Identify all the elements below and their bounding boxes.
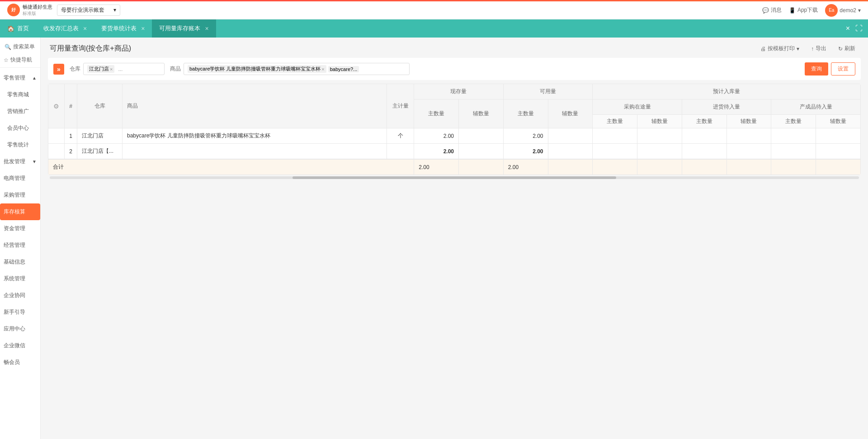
query-button[interactable]: 查询 bbox=[805, 62, 828, 76]
row0-prod-aux bbox=[816, 128, 861, 144]
top-bar-right: 💬 消息 📱 App下载 Ea demo2 ▾ bbox=[762, 4, 861, 17]
row1-warehouse: 江北门店【... bbox=[77, 144, 123, 160]
row1-unit bbox=[387, 144, 414, 160]
sidebar-item-member-card[interactable]: 畅会员 bbox=[0, 354, 40, 371]
scroll-bar-area bbox=[48, 175, 861, 180]
print-btn[interactable]: 🖨 按模板打印 ▾ bbox=[757, 43, 803, 54]
sidebar-item-retail-stats[interactable]: 零售统计 bbox=[0, 137, 40, 153]
tab-available-stock-close[interactable]: × bbox=[205, 25, 208, 32]
row0-unit: 个 bbox=[387, 128, 414, 144]
sidebar-item-newbie[interactable]: 新手引导 bbox=[0, 304, 40, 321]
nav-expand-btn[interactable]: ⛶ bbox=[854, 23, 864, 34]
refresh-btn[interactable]: ↻ 刷新 bbox=[835, 43, 859, 54]
sidebar-item-retail-mall[interactable]: 零售商城 bbox=[0, 86, 40, 103]
phone-icon: 📱 bbox=[789, 7, 796, 14]
sidebar-item-inventory[interactable]: 库存核算 bbox=[0, 203, 40, 220]
tab-receipts[interactable]: 收发存汇总表 × bbox=[36, 19, 94, 38]
sidebar-item-purchase[interactable]: 采购管理 bbox=[0, 187, 40, 203]
product-input[interactable]: babycare学饮杯 儿童防摔防撞吸管杯重力球吸嘴杯宝宝水杯 × babyca… bbox=[184, 63, 410, 75]
sidebar-item-operations[interactable]: 经营管理 bbox=[0, 237, 40, 254]
filter-toggle-btn[interactable]: » bbox=[53, 64, 64, 75]
scroll-bar-track[interactable] bbox=[50, 176, 859, 179]
sidebar-item-retail-stats-label: 零售统计 bbox=[7, 141, 29, 149]
col-avail-aux: 辅数量 bbox=[548, 99, 593, 128]
tab-home[interactable]: 🏠 首页 bbox=[0, 19, 36, 38]
sidebar-arrow-wholesale: ▼ bbox=[32, 159, 37, 164]
page-header: 可用量查询(按仓库+商品) 🖨 按模板打印 ▾ ↑ 导出 ↻ 刷新 bbox=[41, 38, 868, 58]
app-download-btn[interactable]: 📱 App下载 bbox=[789, 6, 818, 14]
row0-gear bbox=[48, 128, 65, 144]
filter-actions: 查询 设置 bbox=[805, 62, 855, 76]
industry-label: 母婴行业演示账套 bbox=[61, 6, 104, 14]
dropdown-arrow-icon: ▾ bbox=[113, 7, 116, 13]
message-label: 消息 bbox=[771, 6, 782, 14]
user-area[interactable]: Ea demo2 ▾ bbox=[825, 4, 861, 17]
industry-select[interactable]: 母婴行业演示账套 ▾ bbox=[57, 5, 120, 16]
row0-avail-main: 2.00 bbox=[503, 128, 548, 144]
warehouse-input[interactable]: 江北门店 × ... bbox=[83, 63, 165, 75]
footer-prod-main bbox=[771, 159, 816, 175]
page-actions: 🖨 按模板打印 ▾ ↑ 导出 ↻ 刷新 bbox=[757, 43, 859, 54]
print-dropdown-icon: ▾ bbox=[797, 46, 799, 52]
product-tag-1: babycare?... bbox=[328, 66, 359, 72]
warehouse-tag-close[interactable]: × bbox=[110, 66, 113, 72]
footer-avail-aux bbox=[548, 159, 593, 175]
sidebar-item-marketing[interactable]: 营销推广 bbox=[0, 103, 40, 120]
sidebar-item-retail[interactable]: 零售管理 ▲ bbox=[0, 70, 40, 86]
user-dropdown-icon: ▾ bbox=[858, 7, 861, 14]
user-name: demo2 bbox=[840, 7, 856, 14]
footer-prod-aux bbox=[816, 159, 861, 175]
row0-current-aux bbox=[458, 128, 503, 144]
sidebar-item-appstore-label: 应用中心 bbox=[4, 325, 25, 333]
col-prod-aux: 辅数量 bbox=[816, 115, 861, 128]
sidebar-item-ecommerce[interactable]: 电商管理 bbox=[0, 170, 40, 187]
warehouse-more-btn[interactable]: ... bbox=[116, 66, 124, 72]
top-bar: 好 畅捷通好生意 标准版 母婴行业演示账套 ▾ 💬 消息 📱 App下载 Ea … bbox=[0, 1, 868, 19]
export-btn[interactable]: ↑ 导出 bbox=[807, 43, 830, 54]
sidebar-search[interactable]: 🔍 搜索菜单 bbox=[0, 39, 40, 54]
logo-area: 好 畅捷通好生意 标准版 bbox=[7, 4, 52, 16]
sidebar-item-system[interactable]: 系统管理 bbox=[0, 270, 40, 287]
product-tag-close-0[interactable]: × bbox=[321, 66, 324, 72]
tab-purchase-stats-close[interactable]: × bbox=[141, 25, 145, 32]
filter-area: » 仓库 江北门店 × ... 商品 babycare学饮杯 儿童防摔防撞吸管杯… bbox=[48, 58, 861, 80]
row0-pur-transit-main bbox=[593, 128, 637, 144]
warehouse-label: 仓库 bbox=[70, 65, 80, 73]
tab-purchase-stats[interactable]: 要货单统计表 × bbox=[94, 19, 152, 38]
product-label: 商品 bbox=[170, 65, 181, 73]
scroll-bar-thumb[interactable] bbox=[292, 176, 616, 179]
row1-pur-transit-main bbox=[593, 144, 637, 160]
sidebar-quick-nav[interactable]: ☆ 快捷导航 bbox=[0, 54, 40, 66]
sidebar-item-wholesale[interactable]: 批发管理 ▼ bbox=[0, 153, 40, 170]
sidebar-item-members[interactable]: 会员中心 bbox=[0, 120, 40, 137]
sidebar-item-newbie-label: 新手引导 bbox=[4, 308, 25, 316]
sidebar-item-member-card-label: 畅会员 bbox=[4, 359, 20, 366]
sidebar-item-purchase-label: 采购管理 bbox=[4, 191, 25, 199]
sidebar-item-finance[interactable]: 资金管理 bbox=[0, 220, 40, 237]
sidebar-item-enterprise[interactable]: 企业协同 bbox=[0, 287, 40, 304]
row0-warehouse: 江北门店 bbox=[77, 128, 123, 144]
table-container: ⚙ # 仓库 商品 主计量 现存量 可用量 预计入库量 主数量 辅数量 主数量 bbox=[48, 84, 861, 175]
sidebar-item-basic[interactable]: 基础信息 bbox=[0, 254, 40, 270]
sidebar-item-wechat[interactable]: 企业微信 bbox=[0, 337, 40, 354]
tab-available-stock[interactable]: 可用量库存账本 × bbox=[152, 19, 216, 38]
tab-home-label: 首页 bbox=[17, 24, 29, 33]
row1-index: 2 bbox=[65, 144, 77, 160]
col-gear: ⚙ bbox=[48, 84, 65, 128]
sidebar-item-appstore[interactable]: 应用中心 bbox=[0, 321, 40, 337]
home-icon: 🏠 bbox=[7, 25, 14, 32]
col-index: # bbox=[65, 84, 77, 128]
settings-icon[interactable]: ⚙ bbox=[53, 103, 59, 110]
logo-text: 畅捷通好生意 bbox=[23, 4, 52, 10]
sidebar-item-ecommerce-label: 电商管理 bbox=[4, 175, 25, 182]
col-main-unit: 主计量 bbox=[387, 84, 414, 128]
nav-close-btn[interactable]: × bbox=[844, 23, 852, 34]
col-product: 商品 bbox=[123, 84, 387, 128]
sidebar-item-wechat-label: 企业微信 bbox=[4, 342, 25, 349]
row1-current-main: 2.00 bbox=[414, 144, 459, 160]
col-incoming-aux: 辅数量 bbox=[726, 115, 771, 128]
message-btn[interactable]: 💬 消息 bbox=[762, 6, 782, 14]
settings-button[interactable]: 设置 bbox=[831, 62, 855, 76]
page-title: 可用量查询(按仓库+商品) bbox=[50, 44, 131, 53]
tab-receipts-close[interactable]: × bbox=[83, 25, 87, 32]
